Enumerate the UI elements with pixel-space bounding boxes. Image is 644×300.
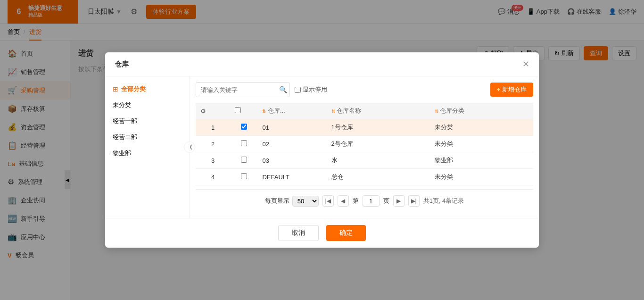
row-checkbox[interactable]: [230, 152, 257, 169]
row-number: 4: [196, 169, 230, 185]
table-row[interactable]: 1 01 1号仓库 未分类: [196, 119, 533, 136]
row-checkbox[interactable]: [230, 136, 257, 152]
table-container: ⚙ ⇅ 仓库... ⇅: [196, 103, 533, 185]
show-disabled-checkbox[interactable]: [295, 87, 301, 93]
show-disabled-label[interactable]: 显示停用: [295, 85, 327, 94]
search-bar: 🔍 显示停用 + 新增仓库: [196, 82, 533, 97]
row-code: 01: [257, 119, 326, 136]
row-name: 总仓: [327, 169, 430, 185]
row-checkbox[interactable]: [230, 169, 257, 185]
dialog-header: 仓库 ✕: [105, 52, 539, 76]
pagination: 每页显示 50 100 200 |◀ ◀ 第 页 ▶ ▶| 共1页, 4条记录: [196, 189, 533, 212]
dialog-body: 《 ⊞ 全部分类 未分类 经营一部 经营二部 物业部: [105, 76, 539, 218]
last-page-button[interactable]: ▶|: [408, 195, 420, 207]
page-number-input[interactable]: [363, 195, 380, 207]
row-checkbox[interactable]: [230, 119, 257, 136]
page-size-selector: 每页显示 50 100 200: [265, 196, 319, 207]
dialog-close-button[interactable]: ✕: [522, 59, 529, 69]
row-category: 未分类: [430, 119, 533, 136]
table-row[interactable]: 2 02 2号仓库 未分类: [196, 136, 533, 152]
row-code: 02: [257, 136, 326, 152]
select-all-checkbox[interactable]: [235, 107, 241, 113]
category-panel: 《 ⊞ 全部分类 未分类 经营一部 经营二部 物业部: [105, 76, 190, 218]
row-number: 1: [196, 119, 230, 136]
sort-icon: ⇅: [331, 108, 335, 114]
category-label: 未分类: [113, 101, 131, 109]
first-page-button[interactable]: |◀: [322, 195, 334, 207]
page-label: 第: [353, 197, 359, 205]
category-all-item[interactable]: ⊞ 全部分类: [105, 81, 190, 97]
search-icon[interactable]: 🔍: [279, 86, 287, 93]
th-checkbox: [230, 103, 257, 119]
add-warehouse-button[interactable]: + 新增仓库: [490, 83, 533, 97]
th-category: ⇅ 仓库分类: [430, 103, 533, 119]
next-page-button[interactable]: ▶: [393, 195, 405, 207]
show-disabled-text: 显示停用: [303, 85, 327, 94]
per-page-select[interactable]: 50 100 200: [292, 196, 319, 207]
category-label: 经营一部: [113, 117, 137, 125]
row-name: 1号仓库: [327, 119, 430, 136]
category-item-property[interactable]: 物业部: [105, 145, 190, 161]
category-label: 物业部: [113, 149, 131, 158]
category-all-label: 全部分类: [121, 85, 146, 93]
grid-icon: ⊞: [113, 85, 118, 93]
dialog-title: 仓库: [115, 60, 129, 69]
category-label: 经营二部: [113, 133, 137, 142]
gear-icon: ⚙: [200, 108, 206, 115]
table-panel: 🔍 显示停用 + 新增仓库 ⚙: [190, 76, 539, 218]
row-name: 2号仓库: [327, 136, 430, 152]
row-category: 未分类: [430, 169, 533, 185]
sort-icon: ⇅: [435, 108, 438, 114]
sort-icon: ⇅: [262, 108, 266, 114]
row-number: 2: [196, 136, 230, 152]
category-item-operations-2[interactable]: 经营二部: [105, 129, 190, 145]
row-category: 物业部: [430, 152, 533, 169]
cancel-button[interactable]: 取消: [278, 225, 319, 241]
row-code: 03: [257, 152, 326, 169]
dialog-overlay: 仓库 ✕ 《 ⊞ 全部分类 未分类 经营一部 经营二部: [0, 0, 644, 300]
table-row[interactable]: 4 DEFAULT 总仓 未分类: [196, 169, 533, 185]
row-category: 未分类: [430, 136, 533, 152]
th-code: ⇅ 仓库...: [257, 103, 326, 119]
search-input-wrap: 🔍: [196, 82, 290, 97]
page-unit: 页: [383, 197, 389, 205]
th-name: ⇅ 仓库名称: [327, 103, 430, 119]
category-item-operations-1[interactable]: 经营一部: [105, 113, 190, 129]
th-settings: ⚙: [196, 103, 230, 119]
per-page-label: 每页显示: [265, 197, 289, 205]
row-name: 水: [327, 152, 430, 169]
warehouse-dialog: 仓库 ✕ 《 ⊞ 全部分类 未分类 经营一部 经营二部: [105, 52, 539, 248]
category-item-unclassified[interactable]: 未分类: [105, 97, 190, 113]
row-number: 3: [196, 152, 230, 169]
total-count: 共1页, 4条记录: [423, 197, 464, 205]
table-row[interactable]: 3 03 水 物业部: [196, 152, 533, 169]
dialog-footer: 取消 确定: [105, 218, 539, 248]
confirm-button[interactable]: 确定: [326, 225, 366, 241]
search-input[interactable]: [196, 82, 290, 97]
row-code: DEFAULT: [257, 169, 326, 185]
prev-page-button[interactable]: ◀: [338, 195, 349, 207]
warehouse-table: ⚙ ⇅ 仓库... ⇅: [196, 103, 533, 185]
collapse-button[interactable]: 《: [184, 142, 195, 153]
